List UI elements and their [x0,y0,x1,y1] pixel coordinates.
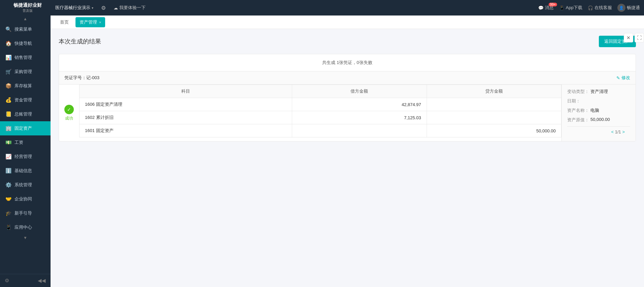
cloud-icon: ☁ [114,5,118,10]
company-selector[interactable]: 医疗器械行业演示 ▾ [55,5,93,11]
debit-cell-2: 7,125.03 [292,111,427,124]
logo-title: 畅捷通好业财 [13,2,42,8]
sidebar-item-label: 总账管理 [14,111,32,117]
app-download-label: App下载 [566,5,582,11]
sidebar-item-inventory[interactable]: 📦 库存核算 [0,79,51,93]
sidebar-item-search[interactable]: 🔍 搜索菜单 [0,22,51,36]
sidebar-item-system[interactable]: ⚙️ 系统管理 [0,178,51,192]
edit-icon: ✎ [616,75,620,81]
change-type-row: 变动类型： 资产清理 [567,89,630,95]
summary-text: 共生成 1张凭证，0张失败 [322,60,372,65]
user-name: 畅捷通 [627,5,640,11]
beginner-icon: 🎓 [5,210,12,216]
basic-info-icon: ℹ️ [5,168,12,174]
asset-original-row: 资产原值： 50,000.00 [567,117,630,123]
app-download-button[interactable]: 📱 App下载 [559,5,582,11]
result-summary: 共生成 1张凭证，0张失败 [59,54,636,71]
settings-bottom-icon[interactable]: ⚙ [5,278,9,284]
sidebar-scroll-up[interactable]: ▲ [0,15,51,22]
sidebar-item-enterprise[interactable]: 🤝 企业协同 [0,192,51,206]
tab-home[interactable]: 首页 [56,17,73,27]
enterprise-icon: 🤝 [5,196,12,202]
result-panel: 共生成 1张凭证，0张失败 凭证字号：记-003 ✎ 修改 [59,54,636,141]
inventory-icon: 📦 [5,83,12,89]
tab-asset-management[interactable]: 资产管理 × [75,17,105,27]
success-badge: ✓ 成功 [59,85,79,141]
sidebar-item-label: 工资 [14,139,23,146]
service-icon: 🎧 [588,5,593,10]
asset-name-value: 电脑 [590,107,599,114]
experience-label: 我要体验一下 [119,5,146,11]
asset-name-label: 资产名称： [567,107,589,114]
sidebar-item-label: 经营管理 [14,154,32,160]
sidebar-item-label: 资金管理 [14,97,32,103]
experience-button[interactable]: ☁ 我要体验一下 [114,5,146,11]
sidebar-item-payroll[interactable]: 💵 工资 [0,135,51,150]
sidebar-item-beginner[interactable]: 🎓 新手引导 [0,206,51,220]
online-service-label: 在线客服 [594,5,612,11]
tab-close-icon[interactable]: × [99,20,101,24]
credit-cell-3: 50,000.00 [427,124,561,137]
download-icon: 📱 [559,5,564,10]
debit-cell-1: 42,874.97 [292,98,427,111]
sidebar-item-label: 应用中心 [14,224,32,230]
system-icon: ⚙️ [5,182,12,188]
online-service-button[interactable]: 🎧 在线客服 [588,5,612,11]
content-area: 首页 资产管理 × ✕ ⛶ 本次生成的结果 返回固定资产 共生成 1 [51,15,644,287]
finance-icon: 💰 [5,97,12,103]
success-circle-icon: ✓ [64,105,74,114]
sidebar-scroll-down[interactable]: ▼ [0,234,51,241]
sidebar-item-purchase[interactable]: 🛒 采购管理 [0,65,51,79]
voucher-number: 凭证字号：记-003 [64,75,99,81]
sidebar-item-app-center[interactable]: 📱 应用中心 [0,220,51,234]
sidebar-item-label: 采购管理 [14,69,32,75]
user-menu[interactable]: 👤 畅捷通 [617,4,640,12]
sidebar-item-label: 销售管理 [14,55,32,61]
purchase-icon: 🛒 [5,69,12,75]
expand-panel-button[interactable]: ⛶ [635,33,644,42]
date-label: 日期： [567,98,580,104]
success-text: 成功 [65,116,73,121]
sidebar-item-label: 系统管理 [14,182,32,188]
collapse-sidebar-icon[interactable]: ◀◀ [38,278,46,284]
operations-icon: 📈 [5,154,12,160]
subject-cell-1: 1606 固定资产清理 [80,98,292,111]
sidebar-item-basic-info[interactable]: ℹ️ 基础信息 [0,164,51,178]
sidebar-item-quick-nav[interactable]: 🏠 快捷导航 [0,36,51,51]
credit-cell-1 [427,98,561,111]
change-type-value: 资产清理 [590,89,608,95]
edit-voucher-button[interactable]: ✎ 修改 [616,75,630,81]
close-panel-button[interactable]: ✕ [624,33,633,42]
sidebar-item-label: 企业协同 [14,196,32,202]
credit-cell-2 [427,111,561,124]
sidebar-item-label: 快捷导航 [14,40,32,46]
top-header: 畅捷通好业财 普及版 医疗器械行业演示 ▾ ⚙ ☁ 我要体验一下 💬 消息 99… [0,0,644,15]
asset-name-row: 资产名称： 电脑 [567,107,630,114]
asset-original-label: 资产原值： [567,117,589,123]
col-credit: 贷方金额 [427,85,561,98]
subject-cell-3: 1601 固定资产 [80,124,292,137]
page-indicator: 1/1 [615,129,622,134]
next-page-button[interactable]: > [622,129,625,134]
prev-page-button[interactable]: < [611,129,614,134]
sidebar-item-finance[interactable]: 💰 资金管理 [0,93,51,107]
sidebar-item-label: 新手引导 [14,210,32,216]
chevron-down-icon: ▾ [92,6,93,10]
sidebar-item-operations[interactable]: 📈 经营管理 [0,150,51,164]
sidebar-item-fixed-assets[interactable]: 🏢 固定资产 [0,121,51,135]
sales-icon: 📊 [5,55,12,61]
app-center-icon: 📱 [5,224,12,230]
sidebar-item-sales[interactable]: 📊 销售管理 [0,51,51,65]
fixed-assets-icon: 🏢 [5,125,12,131]
debit-cell-3 [292,124,427,137]
home-icon: 🏠 [5,40,12,46]
sidebar-item-ledger[interactable]: 📒 总账管理 [0,107,51,121]
sidebar-item-label: 库存核算 [14,83,32,89]
logo-subtitle: 普及版 [23,8,33,13]
page-title: 本次生成的结果 [59,37,101,45]
voucher-header: 凭证字号：记-003 ✎ 修改 [59,71,636,85]
sidebar: ▲ 🔍 搜索菜单 🏠 快捷导航 📊 销售管理 🛒 采购管理 📦 库存核算 💰 资… [0,15,51,287]
settings-icon[interactable]: ⚙ [99,3,108,12]
messages-button[interactable]: 💬 消息 99+ [538,5,554,11]
side-info-panel: 变动类型： 资产清理 日期： 资产名称： 电脑 [561,85,636,141]
